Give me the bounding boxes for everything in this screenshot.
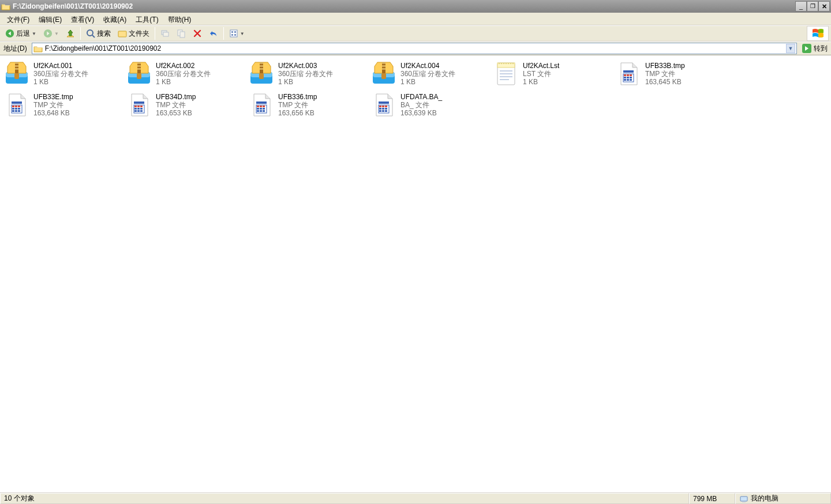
file-item[interactable]: UFB33E.tmpTMP 文件163,648 KB bbox=[2, 91, 123, 122]
go-button[interactable]: 转到 bbox=[799, 43, 830, 54]
file-name: UFB33E.tmp bbox=[33, 93, 73, 101]
address-path: F:\Zidongbeifen\001\ZT001\20190902 bbox=[45, 44, 784, 52]
file-icon bbox=[3, 92, 30, 118]
file-type: TMP 文件 bbox=[278, 101, 317, 109]
file-item[interactable]: Uf2KAct.LstLST 文件1 KB bbox=[492, 59, 613, 91]
file-name: Uf2KAct.001 bbox=[33, 62, 88, 70]
minimize-button[interactable]: _ bbox=[795, 1, 807, 12]
copy-icon bbox=[177, 29, 186, 38]
explorer-window: F:\Zidongbeifen\001\ZT001\20190902 _ ❐ ✕… bbox=[0, 0, 831, 504]
separator bbox=[223, 27, 224, 40]
file-name: UFB33B.tmp bbox=[645, 62, 685, 70]
file-size: 1 KB bbox=[523, 78, 559, 86]
undo-button[interactable] bbox=[206, 27, 221, 40]
file-name: Uf2KAct.002 bbox=[156, 62, 211, 70]
file-type: BA_ 文件 bbox=[400, 101, 442, 109]
file-meta: UFDATA.BA_BA_ 文件163,639 KB bbox=[400, 92, 442, 117]
menu-bar: 文件(F) 编辑(E) 查看(V) 收藏(A) 工具(T) 帮助(H) bbox=[0, 13, 831, 25]
file-icon bbox=[493, 61, 519, 87]
status-location-text: 我的电脑 bbox=[751, 494, 778, 503]
window-controls: _ ❐ ✕ bbox=[795, 1, 830, 12]
back-icon bbox=[5, 29, 14, 38]
file-size: 1 KB bbox=[278, 78, 333, 86]
file-type: LST 文件 bbox=[523, 70, 559, 78]
file-name: UFB34D.tmp bbox=[156, 93, 196, 101]
address-dropdown[interactable]: ▼ bbox=[786, 44, 795, 53]
file-name: UFB336.tmp bbox=[278, 93, 317, 101]
folders-button[interactable]: 文件夹 bbox=[115, 27, 152, 40]
file-item[interactable]: Uf2KAct.004360压缩 分卷文件1 KB bbox=[369, 59, 491, 91]
back-label: 后退 bbox=[16, 29, 30, 39]
views-button[interactable]: ▼ bbox=[226, 27, 248, 40]
address-field[interactable]: F:\Zidongbeifen\001\ZT001\20190902 ▼ bbox=[32, 43, 797, 54]
search-icon bbox=[86, 29, 95, 38]
file-item[interactable]: UFB34D.tmpTMP 文件163,653 KB bbox=[125, 91, 246, 122]
file-meta: Uf2KAct.002360压缩 分卷文件1 KB bbox=[156, 61, 211, 86]
go-label: 转到 bbox=[814, 44, 828, 54]
title-bar[interactable]: F:\Zidongbeifen\001\ZT001\20190902 _ ❐ ✕ bbox=[0, 0, 831, 13]
file-icon bbox=[370, 92, 397, 118]
file-item[interactable]: UFDATA.BA_BA_ 文件163,639 KB bbox=[369, 91, 491, 122]
menu-favorites[interactable]: 收藏(A) bbox=[99, 13, 131, 25]
folder-icon bbox=[33, 44, 43, 53]
move-to-button[interactable] bbox=[158, 27, 173, 40]
windows-flag-icon bbox=[811, 28, 825, 39]
maximize-button[interactable]: ❐ bbox=[807, 1, 818, 12]
separator bbox=[80, 27, 81, 40]
back-button[interactable]: 后退 ▼ bbox=[2, 27, 39, 40]
search-button[interactable]: 搜索 bbox=[83, 27, 114, 40]
close-button[interactable]: ✕ bbox=[818, 1, 830, 12]
toolbar: 后退 ▼ ▼ 搜索 文件夹 ▼ bbox=[0, 25, 831, 42]
file-type: 360压缩 分卷文件 bbox=[400, 70, 455, 78]
file-name: UFDATA.BA_ bbox=[400, 93, 442, 101]
menu-tools[interactable]: 工具(T) bbox=[131, 13, 163, 25]
file-size: 1 KB bbox=[156, 78, 211, 86]
menu-help[interactable]: 帮助(H) bbox=[163, 13, 196, 25]
file-item[interactable]: Uf2KAct.003360压缩 分卷文件1 KB bbox=[247, 59, 368, 91]
file-item[interactable]: Uf2KAct.002360压缩 分卷文件1 KB bbox=[125, 59, 246, 91]
chevron-down-icon: ▼ bbox=[32, 31, 36, 36]
copy-to-button[interactable] bbox=[174, 27, 189, 40]
file-meta: Uf2KAct.LstLST 文件1 KB bbox=[523, 61, 559, 86]
forward-button[interactable]: ▼ bbox=[40, 27, 62, 40]
menu-file[interactable]: 文件(F) bbox=[2, 13, 34, 25]
window-title: F:\Zidongbeifen\001\ZT001\20190902 bbox=[13, 2, 795, 10]
file-item[interactable]: UFB33B.tmpTMP 文件163,645 KB bbox=[614, 59, 735, 91]
menu-edit[interactable]: 编辑(E) bbox=[34, 13, 66, 25]
file-size: 163,653 KB bbox=[156, 109, 196, 117]
file-size: 1 KB bbox=[33, 78, 88, 86]
file-list[interactable]: Uf2KAct.001360压缩 分卷文件1 KBUf2KAct.002360压… bbox=[0, 55, 831, 492]
views-icon bbox=[229, 29, 238, 38]
delete-icon bbox=[193, 29, 202, 38]
file-type: 360压缩 分卷文件 bbox=[33, 70, 88, 78]
file-meta: Uf2KAct.004360压缩 分卷文件1 KB bbox=[400, 61, 455, 86]
status-size: 799 MB bbox=[689, 493, 735, 504]
windows-logo bbox=[807, 26, 829, 41]
file-icon bbox=[3, 61, 30, 87]
file-type: TMP 文件 bbox=[33, 101, 73, 109]
file-name: Uf2KAct.Lst bbox=[523, 62, 559, 70]
separator bbox=[155, 27, 155, 40]
file-type: TMP 文件 bbox=[645, 70, 685, 78]
folders-icon bbox=[118, 29, 127, 38]
file-size: 163,639 KB bbox=[400, 109, 442, 117]
menu-view[interactable]: 查看(V) bbox=[66, 13, 99, 25]
file-icon bbox=[615, 61, 642, 87]
folder-icon bbox=[1, 2, 10, 10]
file-icon bbox=[126, 92, 152, 118]
forward-icon bbox=[43, 29, 53, 38]
file-meta: Uf2KAct.001360压缩 分卷文件1 KB bbox=[33, 61, 88, 86]
folders-label: 文件夹 bbox=[129, 29, 149, 39]
file-name: Uf2KAct.004 bbox=[400, 62, 455, 70]
up-icon bbox=[66, 29, 75, 38]
delete-button[interactable] bbox=[190, 27, 205, 40]
status-count: 10 个对象 bbox=[0, 493, 689, 504]
search-label: 搜索 bbox=[97, 29, 111, 39]
up-button[interactable] bbox=[63, 27, 78, 40]
file-item[interactable]: UFB336.tmpTMP 文件163,656 KB bbox=[247, 91, 368, 122]
address-label: 地址(D) bbox=[1, 44, 29, 54]
file-type: 360压缩 分卷文件 bbox=[278, 70, 333, 78]
file-item[interactable]: Uf2KAct.001360压缩 分卷文件1 KB bbox=[2, 59, 123, 91]
file-icon bbox=[126, 61, 152, 87]
file-meta: Uf2KAct.003360压缩 分卷文件1 KB bbox=[278, 61, 333, 86]
